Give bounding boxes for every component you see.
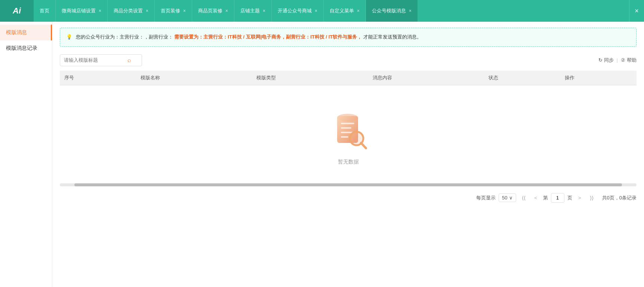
close-tab-icon[interactable]: × <box>146 8 148 13</box>
per-page-dropdown-icon: ∨ <box>509 195 513 201</box>
sidebar-item-模版消息[interactable]: 模版消息 <box>0 25 52 40</box>
last-page-button[interactable]: ⟩⟩ <box>587 193 596 202</box>
per-page-label: 每页显示 <box>476 195 496 201</box>
table-header: 序号模版名称模版类型消息内容状态操作 <box>60 71 637 85</box>
total-info: 共0页，0条记录 <box>602 195 637 201</box>
table-col-type: 模版类型 <box>252 71 368 85</box>
data-table: 序号模版名称模版类型消息内容状态操作 <box>60 71 637 85</box>
table-col-seq: 序号 <box>60 71 136 85</box>
close-tab-icon[interactable]: × <box>357 8 360 13</box>
search-input-wrapper[interactable]: ⌕ <box>60 54 142 66</box>
help-button[interactable]: ② 帮助 <box>621 57 637 64</box>
close-tab-icon[interactable]: × <box>99 8 101 13</box>
nav-tab-自定义菜单[interactable]: 自定义菜单× <box>324 0 366 22</box>
nav-tabs-container: 首页微商城店铺设置×商品分类设置×首页装修×商品页装修×店铺主题×开通公众号商城… <box>34 0 629 22</box>
search-bar: ⌕ ↻ 同步 | ② 帮助 <box>60 54 637 66</box>
main-layout: 模版消息模版消息记录 💡 您的公众号行业为：主营行业：，副营行业： 需要设置为：… <box>0 22 644 287</box>
nav-tab-首页[interactable]: 首页 <box>34 0 56 22</box>
close-tab-icon[interactable]: × <box>225 8 228 13</box>
sync-icon: ↻ <box>598 57 603 63</box>
close-tab-icon[interactable]: × <box>183 8 186 13</box>
sync-label: 同步 <box>604 57 614 64</box>
app-logo: Ai <box>0 0 34 22</box>
help-label: 帮助 <box>627 57 637 64</box>
svg-rect-5 <box>341 136 348 138</box>
top-navigation: Ai 首页微商城店铺设置×商品分类设置×首页装修×商品页装修×店铺主题×开通公众… <box>0 0 644 22</box>
toolbar-divider: | <box>617 57 618 63</box>
page-label: 第 <box>543 195 548 201</box>
pagination: 每页显示 50 ∨ ⟨⟨ ＜ 第 页 ＞ ⟩⟩ 共0页，0条记录 <box>60 189 637 207</box>
sidebar-item-模版消息记录[interactable]: 模版消息记录 <box>0 40 52 56</box>
empty-state: 暂无数据 <box>60 85 637 180</box>
table-header-row: 序号模版名称模版类型消息内容状态操作 <box>60 71 637 85</box>
notice-icon: 💡 <box>66 34 72 40</box>
empty-illustration-svg <box>326 108 371 153</box>
nav-tab-微商城店铺设置[interactable]: 微商城店铺设置× <box>56 0 108 22</box>
nav-tab-商品页装修[interactable]: 商品页装修× <box>192 0 234 22</box>
toolbar-right: ↻ 同步 | ② 帮助 <box>598 57 637 64</box>
close-tab-icon[interactable]: × <box>263 8 265 13</box>
notice-text-prefix: 您的公众号行业为：主营行业：，副营行业： <box>76 34 173 40</box>
table-col-content: 消息内容 <box>368 71 484 85</box>
horizontal-scrollbar[interactable] <box>60 183 637 186</box>
nav-tab-首页装修[interactable]: 首页装修× <box>155 0 192 22</box>
notice-text-suffix: 才能正常发送预置的消息。 <box>363 34 422 40</box>
table-col-name: 模版名称 <box>136 71 252 85</box>
svg-rect-3 <box>341 127 351 129</box>
sync-button[interactable]: ↻ 同步 <box>598 57 614 64</box>
empty-text: 暂无数据 <box>338 159 359 165</box>
page-unit: 页 <box>567 195 572 201</box>
per-page-value: 50 <box>502 195 507 201</box>
table-col-status: 状态 <box>484 71 560 85</box>
help-icon: ② <box>621 57 625 63</box>
next-page-button[interactable]: ＞ <box>575 193 584 202</box>
nav-tab-公众号模版消息[interactable]: 公众号模版消息× <box>366 0 418 22</box>
nav-tab-开通公众号商城[interactable]: 开通公众号商城× <box>272 0 324 22</box>
svg-rect-2 <box>341 123 354 124</box>
scrollbar-thumb[interactable] <box>74 183 622 186</box>
prev-page-button[interactable]: ＜ <box>531 193 540 202</box>
notice-banner: 💡 您的公众号行业为：主营行业：，副营行业： 需要设置为：主营行业：IT科技 /… <box>60 28 637 47</box>
nav-tab-商品分类设置[interactable]: 商品分类设置× <box>108 0 155 22</box>
svg-rect-4 <box>341 132 353 133</box>
page-number-input[interactable] <box>551 193 564 203</box>
close-all-tabs-button[interactable]: × <box>629 0 644 22</box>
table-col-action: 操作 <box>560 71 637 85</box>
first-page-button[interactable]: ⟨⟨ <box>519 193 528 202</box>
sidebar: 模版消息模版消息记录 <box>0 22 52 287</box>
close-tab-icon[interactable]: × <box>315 8 317 13</box>
nav-tab-店铺主题[interactable]: 店铺主题× <box>234 0 272 22</box>
content-area: 💡 您的公众号行业为：主营行业：，副营行业： 需要设置为：主营行业：IT科技 /… <box>52 22 644 287</box>
search-icon[interactable]: ⌕ <box>127 57 131 64</box>
search-input[interactable] <box>64 57 127 63</box>
svg-line-7 <box>361 143 366 148</box>
per-page-select[interactable]: 50 ∨ <box>499 193 516 202</box>
notice-highlight: 需要设置为：主营行业：IT科技 / 互联网|电子商务，副营行业：IT科技 / I… <box>174 34 362 40</box>
empty-illustration <box>326 108 371 153</box>
close-tab-icon[interactable]: × <box>409 8 412 13</box>
